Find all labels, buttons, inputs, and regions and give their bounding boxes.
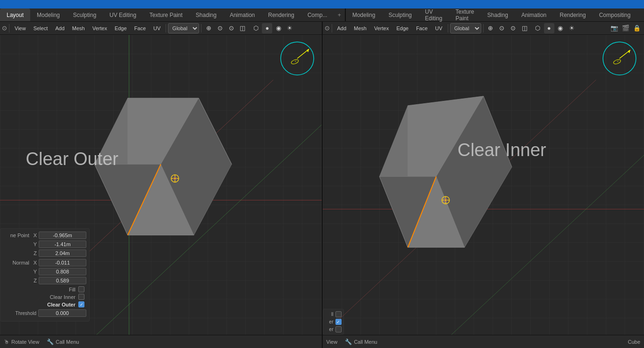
overlay-icon-right[interactable]: ⊙ bbox=[508, 23, 519, 33]
gizmo-left bbox=[278, 40, 316, 77]
add-menu-right[interactable]: Add bbox=[334, 23, 350, 33]
camera-icon-right[interactable]: 📷 bbox=[609, 23, 619, 33]
right-toolbar: ⊙ Add Mesh Vertex Edge Face UV Global Lo… bbox=[323, 22, 644, 35]
viewports-container: ⊙ View Select Add Mesh Vertex Edge Face … bbox=[0, 22, 644, 348]
left-toolbar: ⊙ View Select Add Mesh Vertex Edge Face … bbox=[0, 22, 322, 35]
viewport-shade-wire[interactable]: ⬡ bbox=[251, 23, 261, 33]
workspace-tab-shading-r[interactable]: Shading bbox=[481, 8, 515, 21]
overlay-icon-left[interactable]: ⊙ bbox=[226, 23, 236, 33]
view-label-right: View bbox=[326, 339, 338, 345]
clear-inner-check-label: Clear Inner bbox=[50, 294, 75, 300]
workspace-tab-modeling[interactable]: Modeling bbox=[30, 8, 67, 21]
call-menu-label-left: Call Menu bbox=[56, 339, 79, 345]
fill-checkbox[interactable] bbox=[78, 286, 84, 292]
threshold-value[interactable]: 0.000 bbox=[38, 309, 86, 317]
view-menu-left[interactable]: View bbox=[11, 23, 29, 33]
y-value[interactable]: -1.41m bbox=[39, 240, 86, 248]
3d-object-right bbox=[323, 49, 644, 304]
vertex-menu-right[interactable]: Vertex bbox=[371, 23, 392, 33]
transform-space-right[interactable]: Global Local Normal bbox=[450, 23, 481, 33]
add-workspace-tab-left[interactable]: + bbox=[334, 10, 345, 20]
call-menu-icon-left: 🔧 bbox=[47, 339, 54, 345]
workspace-tab-rendering[interactable]: Rendering bbox=[261, 8, 301, 21]
workspace-tab-animation-r[interactable]: Animation bbox=[515, 8, 553, 21]
viewport-shade-wire-r[interactable]: ⬡ bbox=[533, 23, 543, 33]
left-statusbar: 🖱 Rotate View 🔧 Call Menu bbox=[0, 335, 322, 348]
workspace-tab-animation[interactable]: Animation bbox=[223, 8, 261, 21]
viewport-shade-material-r[interactable]: ◉ bbox=[555, 23, 566, 33]
vertex-menu-left[interactable]: Vertex bbox=[89, 23, 110, 33]
clear-outer-check-label: Clear Outer bbox=[47, 302, 75, 307]
workspace-tab-scripting-r[interactable]: Scripting bbox=[637, 8, 644, 21]
right-statusbar: View 🔧 Call Menu Cube bbox=[323, 335, 644, 348]
cube-label: Cube bbox=[628, 339, 640, 345]
workspace-tab-compositing-r[interactable]: Compositing bbox=[593, 8, 637, 21]
mesh-menu-right[interactable]: Mesh bbox=[351, 23, 370, 33]
workspace-tab-sculpting[interactable]: Sculpting bbox=[67, 8, 103, 21]
viewport-shade-render-r[interactable]: ☀ bbox=[567, 23, 577, 33]
right-canvas[interactable]: Clear Inner bbox=[323, 35, 644, 335]
viewport-shade-solid[interactable]: ● bbox=[262, 23, 272, 33]
ny-value[interactable]: 0.808 bbox=[39, 268, 86, 275]
nx-label: X bbox=[31, 260, 37, 265]
call-menu-label-right: Call Menu bbox=[354, 339, 377, 345]
xray-icon-left[interactable]: ◫ bbox=[237, 23, 248, 33]
workspace-tab-uv-editing[interactable]: UV Editing bbox=[103, 8, 143, 21]
viewport-shade-material[interactable]: ◉ bbox=[273, 23, 284, 33]
face-menu-left[interactable]: Face bbox=[131, 23, 149, 33]
z-value[interactable]: 2.04m bbox=[39, 249, 86, 257]
snap-icon-right[interactable]: ⊙ bbox=[497, 23, 507, 33]
title-bar bbox=[0, 0, 644, 8]
x-label: X bbox=[31, 232, 37, 238]
viewport-shade-render[interactable]: ☀ bbox=[284, 23, 295, 33]
workspace-tab-rendering-r[interactable]: Rendering bbox=[553, 8, 592, 21]
call-menu-item-left: 🔧 Call Menu bbox=[47, 339, 79, 345]
viewport-shade-solid-r[interactable]: ● bbox=[544, 23, 554, 33]
ny-label: Y bbox=[31, 269, 37, 274]
x-value[interactable]: -0.965m bbox=[39, 232, 86, 239]
nx-value[interactable]: -0.011 bbox=[39, 259, 86, 266]
side-panel-left: ne Point X -0.965m Y -1.41m Z 2.04m Norm… bbox=[0, 228, 90, 322]
workspace-tab-layout[interactable]: Layout bbox=[0, 8, 30, 21]
rotate-view-label: Rotate View bbox=[11, 339, 39, 345]
render-icon-right[interactable]: 🎬 bbox=[620, 23, 631, 33]
nz-label: Z bbox=[31, 278, 37, 283]
lock-icon-right[interactable]: 🔒 bbox=[632, 23, 642, 33]
workspace-tab-modeling-r[interactable]: Modeling bbox=[346, 8, 382, 21]
transform-space-left[interactable]: Global Local Normal bbox=[168, 23, 199, 33]
ne-point-label: ne Point bbox=[3, 232, 29, 238]
z-label: Z bbox=[31, 250, 37, 256]
viewport-type-icon-right: ⊙ bbox=[325, 25, 330, 32]
pivot-icon-left[interactable]: ⊕ bbox=[203, 23, 214, 33]
uv-menu-right[interactable]: UV bbox=[432, 23, 445, 33]
workspace-tab-texture-paint-r[interactable]: Texture Paint bbox=[449, 8, 480, 21]
edge-menu-right[interactable]: Edge bbox=[393, 23, 412, 33]
view-item-right: View bbox=[326, 339, 338, 345]
workspace-tab-compositing[interactable]: Comp... bbox=[301, 8, 334, 21]
workspace-tabs: LayoutModelingSculptingUV EditingTexture… bbox=[0, 8, 644, 22]
workspace-tab-sculpting-r[interactable]: Sculpting bbox=[382, 8, 418, 21]
workspace-tab-uv-editing-r[interactable]: UV Editing bbox=[418, 8, 449, 21]
workspace-tab-shading[interactable]: Shading bbox=[189, 8, 223, 21]
viewport-left: ⊙ View Select Add Mesh Vertex Edge Face … bbox=[0, 22, 322, 348]
uv-menu-left[interactable]: UV bbox=[150, 23, 164, 33]
pivot-icon-right[interactable]: ⊕ bbox=[485, 23, 496, 33]
call-menu-item-right: 🔧 Call Menu bbox=[345, 339, 377, 345]
snap-icon-left[interactable]: ⊙ bbox=[215, 23, 225, 33]
workspace-tab-texture-paint[interactable]: Texture Paint bbox=[143, 8, 189, 21]
select-menu-left[interactable]: Select bbox=[30, 23, 51, 33]
clear-outer-checkbox[interactable] bbox=[78, 301, 84, 307]
face-menu-right[interactable]: Face bbox=[413, 23, 431, 33]
gizmo-right bbox=[601, 40, 638, 77]
mesh-menu-left[interactable]: Mesh bbox=[69, 23, 88, 33]
nz-value[interactable]: 0.589 bbox=[39, 277, 86, 284]
xray-icon-right[interactable]: ◫ bbox=[519, 23, 530, 33]
edge-menu-left[interactable]: Edge bbox=[111, 23, 130, 33]
svg-line-38 bbox=[617, 61, 619, 62]
fill-check-label: Fill bbox=[69, 287, 75, 292]
viewport-right: ⊙ Add Mesh Vertex Edge Face UV Global Lo… bbox=[322, 22, 644, 348]
add-menu-left[interactable]: Add bbox=[52, 23, 68, 33]
clear-inner-checkbox[interactable] bbox=[78, 294, 84, 300]
viewport-type-icon: ⊙ bbox=[2, 25, 7, 32]
y-label: Y bbox=[31, 241, 37, 247]
